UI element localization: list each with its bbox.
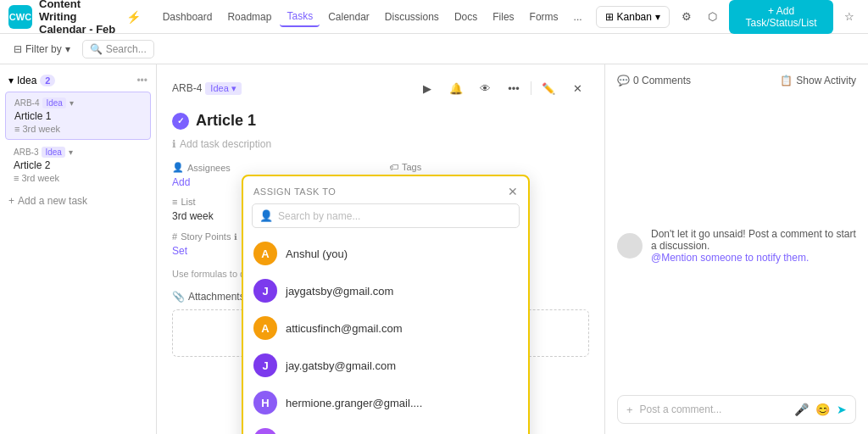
comment-placeholder: Don't let it go unsaid! Post a comment t… — [617, 97, 856, 395]
topbar: CWC Content Writing Calendar - Feb ⚡ Das… — [0, 0, 868, 34]
assign-header: ASSIGN TASK TO ✕ — [243, 176, 528, 203]
nav-tasks[interactable]: Tasks — [280, 7, 320, 27]
assignee-list: A Anshul (you) J jaygatsby@gmail.com A a… — [243, 235, 528, 434]
mic-icon-btn[interactable]: 🎤 — [794, 403, 809, 416]
send-icon-btn[interactable]: ➤ — [837, 403, 847, 416]
list-icon-1: ≡ — [14, 124, 19, 134]
topbar-nav: Dashboard Roadmap Tasks Calendar Discuss… — [156, 7, 589, 27]
tag-icon: 🏷 — [389, 162, 398, 172]
play-icon-btn[interactable]: ▶ — [415, 76, 439, 100]
nav-more[interactable]: ... — [567, 8, 589, 26]
search-placeholder: Search... — [106, 43, 147, 55]
detail-topbar-right: ▶ 🔔 👁 ••• ✏️ ✕ — [415, 76, 589, 100]
comments-panel: 💬 0 Comments 📋 Show Activity Don't let i… — [605, 64, 868, 434]
kanban-grid-icon: ⊞ — [605, 11, 614, 23]
kanban-label: Kanban — [617, 11, 652, 23]
assignee-avatar-1: J — [253, 279, 277, 303]
nav-dashboard[interactable]: Dashboard — [156, 8, 220, 26]
task-id-2: ARB-3 — [14, 147, 38, 157]
filter-button[interactable]: ⊟ Filter by ▾ — [8, 41, 75, 58]
emoji-icon-btn[interactable]: 😊 — [815, 403, 830, 416]
tags-label: 🏷 Tags — [389, 162, 589, 172]
add-new-task[interactable]: + Add a new task — [0, 190, 156, 212]
article-title: Article 1 — [196, 112, 256, 130]
nav-calendar[interactable]: Calendar — [321, 8, 376, 26]
add-description[interactable]: ℹ Add task description — [172, 138, 589, 150]
topbar-right: ⊞ Kanban ▾ ⚙ ⬡ + Add Task/Status/List ☆ — [596, 0, 860, 34]
gear-button[interactable]: ⚙ — [676, 5, 696, 29]
assignee-item-4[interactable]: H hermione.granger@gmail.... — [243, 384, 528, 421]
assignee-name-4: hermione.granger@gmail.... — [286, 397, 422, 409]
nav-forms[interactable]: Forms — [523, 8, 565, 26]
assignee-item-3[interactable]: J jay.gatsby@gmail.com — [243, 347, 528, 384]
assign-person-icon: 👤 — [259, 209, 273, 222]
mention-hint: @Mention someone to notify them. — [651, 252, 856, 264]
add-new-label: Add a new task — [18, 195, 87, 207]
assign-title: ASSIGN TASK TO — [253, 186, 336, 197]
breadcrumb: ARB-4 Idea ▾ — [172, 82, 242, 95]
task-id-1: ARB-4 — [14, 98, 39, 108]
close-icon-btn[interactable]: ✕ — [565, 76, 589, 100]
sidebar-group-label: ▾ Idea 2 — [8, 75, 55, 86]
task-complete-checkbox[interactable]: ✓ — [172, 113, 189, 130]
assign-search-box[interactable]: 👤 — [252, 203, 520, 228]
task-name-2: Article 2 — [14, 159, 142, 171]
assignee-item-2[interactable]: A atticusfinch@gmail.com — [243, 309, 528, 347]
edit-icon-btn[interactable]: ✏️ — [537, 76, 560, 100]
breadcrumb-tag[interactable]: Idea ▾ — [205, 82, 241, 95]
sidebar: ▾ Idea 2 ••• ARB-4 Idea ▾ Article 1 ≡ 3r… — [0, 64, 157, 434]
task-week-1: ≡ 3rd week — [14, 124, 142, 134]
group-name: Idea — [17, 75, 36, 86]
task-meta-2: ARB-3 Idea ▾ — [14, 147, 142, 158]
info-icon: ℹ — [172, 138, 176, 150]
group-more-icon[interactable]: ••• — [136, 75, 147, 86]
nav-discussions[interactable]: Discussions — [378, 8, 446, 26]
nav-roadmap[interactable]: Roadmap — [220, 8, 278, 26]
assignee-item-5[interactable]: M matildawormwood@gmail.... — [243, 421, 528, 434]
avatar — [617, 233, 643, 259]
app-logo: CWC — [8, 5, 32, 29]
assignee-item-0[interactable]: A Anshul (you) — [243, 235, 528, 272]
kanban-chevron-icon: ▾ — [655, 11, 660, 23]
assign-dropdown: ASSIGN TASK TO ✕ 👤 A Anshul (you) J jayg… — [242, 175, 530, 434]
article-title-row: ✓ Article 1 — [172, 112, 589, 130]
star-button[interactable]: ☆ — [840, 5, 860, 29]
comment-plus-icon: + — [626, 403, 633, 416]
task-tag-1: Idea — [42, 97, 65, 108]
check-icon: ✓ — [177, 116, 184, 125]
bell-icon-btn[interactable]: 🔔 — [444, 76, 468, 100]
assign-search-input[interactable] — [278, 210, 512, 222]
comment-input-bar[interactable]: + Post a comment... 🎤 😊 ➤ — [617, 395, 856, 424]
show-activity-btn[interactable]: 📋 Show Activity — [780, 75, 856, 86]
filter-chevron-icon: ▾ — [65, 43, 70, 55]
share-button[interactable]: ⬡ — [703, 5, 722, 29]
nav-files[interactable]: Files — [486, 8, 520, 26]
search-icon: 🔍 — [90, 43, 103, 55]
list-icon-2: ≡ — [14, 173, 19, 183]
assignee-item-1[interactable]: J jaygatsby@gmail.com — [243, 272, 528, 309]
task-tag-2: Idea — [42, 147, 64, 158]
breadcrumb-chevron-icon: ▾ — [231, 83, 236, 94]
add-icon: + — [8, 195, 14, 207]
task-week-2: ≡ 3rd week — [14, 173, 142, 183]
comment-hint-text: Don't let it go unsaid! Post a comment t… — [651, 228, 856, 264]
assign-close-btn[interactable]: ✕ — [508, 185, 519, 198]
task-tag-chevron-1: ▾ — [70, 98, 74, 108]
task-card-article2[interactable]: ARB-3 Idea ▾ Article 2 ≡ 3rd week — [5, 142, 151, 188]
kanban-button[interactable]: ⊞ Kanban ▾ — [596, 6, 670, 28]
more-icon-btn[interactable]: ••• — [502, 76, 526, 100]
search-box[interactable]: 🔍 Search... — [82, 40, 154, 58]
eye-icon-btn[interactable]: 👁 — [473, 76, 497, 100]
person-icon: 👤 — [172, 162, 184, 173]
nav-docs[interactable]: Docs — [448, 8, 484, 26]
add-desc-label: Add task description — [180, 138, 271, 150]
task-tag-chevron-2: ▾ — [69, 147, 73, 157]
assignee-name-1: jaygatsby@gmail.com — [286, 285, 393, 298]
hash-icon: # — [172, 231, 177, 242]
list-field-icon: ≡ — [172, 197, 177, 207]
assignee-avatar-4: H — [253, 391, 277, 415]
comments-header: 💬 0 Comments 📋 Show Activity — [617, 75, 856, 86]
add-task-button[interactable]: + Add Task/Status/List — [729, 0, 832, 34]
detail-topbar: ARB-4 Idea ▾ ▶ 🔔 👁 ••• ✏️ ✕ — [172, 76, 589, 100]
task-card-article1[interactable]: ARB-4 Idea ▾ Article 1 ≡ 3rd week — [5, 92, 151, 140]
